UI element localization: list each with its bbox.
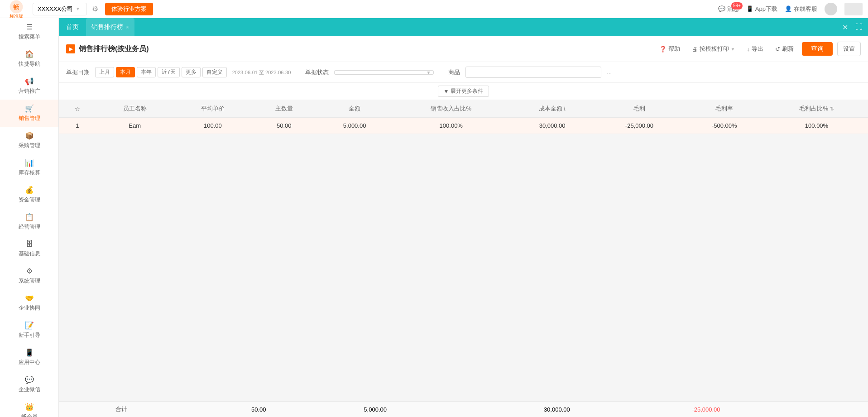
info-icon: ℹ (564, 106, 566, 111)
period-last-month[interactable]: 上月 (95, 67, 114, 77)
footer-gross-pct (825, 402, 868, 417)
refresh-button[interactable]: ↺ 刷新 (772, 43, 797, 55)
cell-gross-pct: 100.00% (765, 118, 868, 134)
period-current-month[interactable]: 本月 (116, 67, 135, 77)
app-download-button[interactable]: 📱 App下载 (746, 5, 777, 13)
logo: 畅 标准版 (5, 0, 27, 20)
col-amount: 全额 (317, 100, 393, 118)
message-badge: 99+ (731, 2, 743, 10)
tab-label: 销售排行榜 (91, 23, 123, 31)
window-maximize-button[interactable]: ⛶ (854, 21, 864, 33)
expand-row: ▼ 展开更多条件 (59, 83, 868, 100)
query-button[interactable]: 查询 (802, 42, 833, 56)
operations-icon: 📋 (25, 213, 34, 221)
purchase-icon: 📦 (25, 131, 34, 140)
refresh-icon: ↺ (775, 46, 780, 53)
system-icon: ⚙ (26, 267, 33, 275)
cell-main-qty: 50.00 (252, 118, 317, 134)
sidebar-item-label: 新手引导 (19, 331, 40, 339)
cell-avg-price: 100.00 (174, 118, 252, 134)
sidebar-item-basic-info[interactable]: 🗄 基础信息 (0, 235, 58, 262)
col-avg-price: 平均单价 (174, 100, 252, 118)
enterprise-icon: 🤝 (25, 294, 34, 302)
online-service-button[interactable]: 👤 在线客服 (785, 5, 817, 13)
col-cost-amount: 成本全额 ℹ (509, 100, 595, 118)
date-filter-label: 单据日期 (66, 68, 90, 77)
company-name: XXXXXX公司 (38, 5, 73, 13)
period-more[interactable]: 更多 (182, 67, 201, 77)
goods-more-btn[interactable]: ... (607, 69, 612, 76)
period-7days[interactable]: 近7天 (158, 67, 180, 77)
col-sales-pct: 销售收入占比% (393, 100, 509, 118)
page-header: ▶ 销售排行榜(按业务员) ❓ 帮助 🖨 按模板打印 ▼ (59, 36, 868, 62)
col-gross: 毛利 (595, 100, 683, 118)
page-title: 销售排行榜(按业务员) (79, 44, 149, 54)
tab-home[interactable]: 首页 (59, 18, 86, 36)
trial-button[interactable]: 体验行业方案 (105, 3, 153, 15)
table-settings-button[interactable]: 设置 (837, 42, 861, 56)
col-gross-pct: 毛利占比% ⇅ (765, 100, 868, 118)
back-button[interactable]: ▶ (66, 44, 75, 53)
help-button[interactable]: ❓ 帮助 (656, 43, 684, 55)
svg-text:畅: 畅 (13, 3, 19, 10)
sidebar-item-system[interactable]: ⚙ 系统管理 (0, 262, 58, 289)
sort-icon[interactable]: ⇅ (830, 106, 834, 111)
sidebar: ☰ 搜索菜单 🏠 快捷导航 📢 营销推广 🛒 销售管理 📦 采购管理 📊 库存核… (0, 18, 59, 417)
sidebar-item-enterprise[interactable]: 🤝 企业协同 (0, 289, 58, 316)
period-custom[interactable]: 自定义 (202, 67, 227, 77)
avatar[interactable] (825, 3, 837, 15)
footer-sales-pct (441, 402, 484, 417)
sidebar-item-marketing[interactable]: 📢 营销推广 (0, 72, 58, 100)
sidebar-item-inventory[interactable]: 📊 库存核算 (0, 154, 58, 181)
message-button[interactable]: 💬 消息 99+ (718, 5, 739, 13)
footer-cost-amount: 30,000.00 (484, 402, 629, 417)
sidebar-item-wechat[interactable]: 💬 企业微信 (0, 371, 58, 398)
footer-label: 合计 (77, 402, 166, 417)
cell-cost-amount: 30,000.00 (509, 118, 595, 134)
chevron-down-icon: ▼ (76, 6, 80, 11)
status-select[interactable]: ▼ (334, 70, 434, 75)
sidebar-item-sales[interactable]: 🛒 销售管理 (0, 100, 58, 127)
sidebar-item-purchase[interactable]: 📦 采购管理 (0, 127, 58, 154)
footer-amount: 5,000.00 (309, 402, 441, 417)
sidebar-item-finance[interactable]: 💰 资金管理 (0, 181, 58, 208)
sidebar-item-guide[interactable]: 📝 新手引导 (0, 316, 58, 344)
goods-input[interactable] (465, 67, 601, 78)
basic-info-icon: 🗄 (26, 240, 33, 248)
chevron-down-icon: ▼ (444, 88, 449, 95)
sidebar-item-label: 基础信息 (19, 250, 40, 258)
sidebar-item-label: 应用中心 (19, 359, 40, 366)
sidebar-item-quick-nav[interactable]: 🏠 快捷导航 (0, 45, 58, 72)
app-icon: 📱 (746, 5, 753, 12)
sales-icon: 🛒 (25, 104, 34, 113)
window-close-button[interactable]: ✕ (840, 21, 850, 34)
tab-sales-ranking[interactable]: 销售排行榜 × (86, 18, 134, 36)
quick-nav-icon: 🏠 (25, 50, 34, 58)
sidebar-item-app-center[interactable]: 📱 应用中心 (0, 344, 58, 371)
col-rank: ☆ (59, 100, 96, 118)
col-main-qty: 主数量 (252, 100, 317, 118)
expand-conditions-button[interactable]: ▼ 展开更多条件 (438, 86, 489, 97)
export-button[interactable]: ↓ 导出 (743, 43, 767, 55)
template-print-button[interactable]: 🖨 按模板打印 ▼ (688, 43, 739, 55)
table-header-row: ☆ 员工名称 平均单价 主数量 全额 销售收入占比% 成本全额 (59, 100, 868, 118)
footer-main-qty: 50.00 (208, 402, 309, 417)
cell-gross: -25,000.00 (595, 118, 683, 134)
sidebar-item-label: 系统管理 (19, 277, 40, 285)
sidebar-item-search[interactable]: ☰ 搜索菜单 (0, 18, 58, 45)
date-range-display: 2023-06-01 至 2023-06-30 (232, 69, 291, 76)
rank-icon: ☆ (75, 105, 80, 112)
tab-close-button[interactable]: × (126, 24, 129, 30)
sidebar-item-member[interactable]: 👑 畅会员 (0, 398, 58, 417)
sidebar-item-operations[interactable]: 📋 经营管理 (0, 208, 58, 235)
sidebar-item-label: 采购管理 (19, 142, 40, 149)
search-icon: ☰ (26, 23, 33, 31)
table-area: ☆ 员工名称 平均单价 主数量 全额 销售收入占比% 成本全额 (59, 100, 868, 134)
period-year[interactable]: 本年 (137, 67, 156, 77)
sidebar-item-label: 销售管理 (19, 115, 40, 122)
marketing-icon: 📢 (25, 77, 34, 86)
cell-rank: 1 (59, 118, 96, 134)
goods-filter-label: 商品 (448, 68, 460, 77)
settings-gear-button[interactable]: ⚙ (89, 3, 101, 15)
company-selector[interactable]: XXXXXX公司 ▼ (33, 3, 87, 15)
